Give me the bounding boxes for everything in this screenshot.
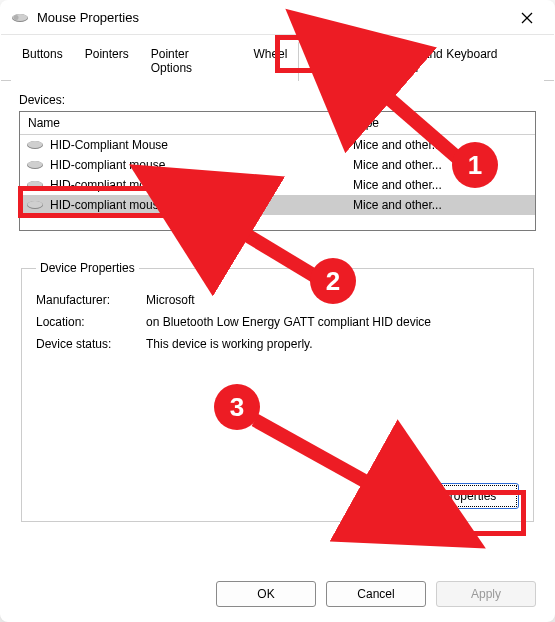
annotation-box-selected-device [18,186,208,218]
status-value: This device is working properly. [146,337,519,351]
location-label: Location: [36,315,146,329]
tab-pointers[interactable]: Pointers [74,41,140,81]
annotation-box-hardware [275,35,357,73]
manufacturer-value: Microsoft [146,293,519,307]
mouse-icon [26,140,44,150]
close-button[interactable] [506,3,548,33]
devices-label: Devices: [19,93,536,107]
device-type: Mice and other... [345,198,535,212]
annotation-box-properties-button [386,490,526,536]
device-type: Mice and other... [345,178,535,192]
column-header-name[interactable]: Name [20,112,345,134]
location-value: on Bluetooth Low Energy GATT compliant H… [146,315,519,329]
manufacturer-label: Manufacturer: [36,293,146,307]
apply-button[interactable]: Apply [436,581,536,607]
ok-button[interactable]: OK [216,581,316,607]
svg-point-6 [28,141,43,148]
device-type: Mice and other... [345,138,535,152]
svg-point-2 [14,15,19,20]
tab-buttons[interactable]: Buttons [11,41,74,81]
status-label: Device status: [36,337,146,351]
window-title: Mouse Properties [37,10,506,25]
column-header-type[interactable]: Type [345,112,535,134]
device-row[interactable]: HID-Compliant Mouse Mice and other... [20,135,535,155]
tab-mouse-keyboard-center[interactable]: Mouse and Keyboard Center [372,41,544,81]
device-name: HID-compliant mouse [50,158,165,172]
mouse-icon [11,12,29,24]
device-properties-legend: Device Properties [36,261,139,275]
cancel-button[interactable]: Cancel [326,581,426,607]
device-properties-group: Device Properties Manufacturer: Microsof… [21,261,534,522]
titlebar: Mouse Properties [1,1,554,35]
device-type: Mice and other... [345,158,535,172]
dialog-button-row: OK Cancel Apply [1,573,554,621]
device-name: HID-Compliant Mouse [50,138,168,152]
svg-point-8 [28,161,43,168]
tab-pointer-options[interactable]: Pointer Options [140,41,243,81]
device-row[interactable]: HID-compliant mouse Mice and other... [20,155,535,175]
device-list-header: Name Type [20,112,535,135]
close-icon [521,12,533,24]
mouse-icon [26,160,44,170]
